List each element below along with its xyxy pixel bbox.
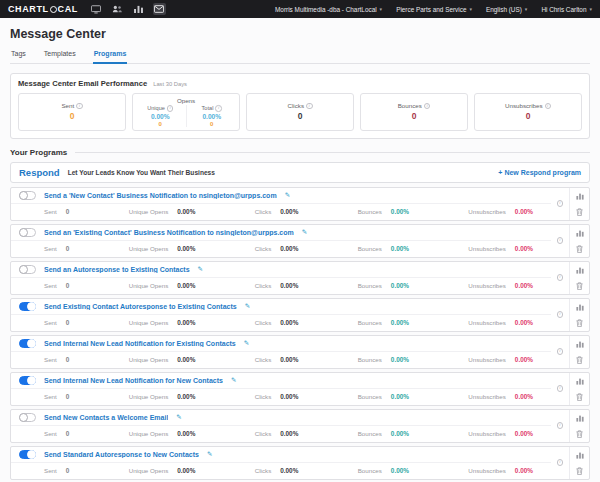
program-stats-icon[interactable]: [570, 188, 589, 204]
program-row: Send Internal New Lead Notification for …: [10, 372, 590, 406]
program-title[interactable]: Send an 'Existing Contact' Business Noti…: [44, 229, 294, 236]
program-info-button[interactable]: i: [551, 447, 569, 479]
program-title[interactable]: Send Existing Contact Autoresponse to Ex…: [44, 303, 237, 310]
monitor-icon[interactable]: [90, 3, 103, 15]
info-icon[interactable]: i: [215, 105, 222, 112]
program-enabled-toggle[interactable]: [19, 228, 36, 237]
program-title[interactable]: Send an Autoresponse to Existing Contact…: [44, 266, 190, 273]
program-title-line: Send an Autoresponse to Existing Contact…: [11, 262, 551, 277]
info-icon[interactable]: i: [545, 103, 552, 110]
clicks-card-label: Clicks: [288, 102, 305, 109]
program-title-line: Send Internal New Lead Notification for …: [11, 373, 551, 388]
logo-text-right: CAL: [58, 4, 78, 14]
info-icon[interactable]: i: [306, 103, 313, 110]
edit-pencil-icon[interactable]: ✎: [245, 303, 250, 310]
page-title: Message Center: [10, 27, 590, 41]
program-enabled-toggle[interactable]: [19, 376, 36, 385]
program-enabled-toggle[interactable]: [19, 413, 36, 422]
info-icon: i: [557, 422, 564, 429]
program-info-button[interactable]: i: [551, 373, 569, 405]
stat-unsubscribes-label: Unsubscribes: [468, 319, 506, 326]
edit-pencil-icon[interactable]: ✎: [231, 377, 236, 384]
program-enabled-toggle[interactable]: [19, 302, 36, 311]
stat-unique-opens-label: Unique Opens: [129, 245, 169, 252]
user-menu[interactable]: Hi Chris Carlton▾: [541, 6, 592, 13]
stat-clicks-value: 0.00%: [280, 245, 298, 252]
edit-pencil-icon[interactable]: ✎: [285, 192, 290, 199]
program-title[interactable]: Send New Contacts a Welcome Email: [44, 414, 168, 421]
program-info-button[interactable]: i: [551, 225, 569, 257]
program-title[interactable]: Send Internal New Lead Notification for …: [44, 340, 236, 347]
performance-date-range: Last 30 Days: [153, 81, 187, 87]
program-stats-icon[interactable]: [570, 299, 589, 315]
program-delete-trash-icon[interactable]: [570, 426, 589, 442]
program-enabled-toggle[interactable]: [19, 339, 36, 348]
program-stats-icon[interactable]: [570, 262, 589, 278]
top-navbar: CHARTLCAL Morris Multimedia -dba - Chart…: [0, 0, 600, 18]
stat-sent-label: Sent: [44, 393, 57, 400]
program-stats-icon[interactable]: [570, 225, 589, 241]
account-menu[interactable]: Morris Multimedia -dba - ChartLocal▾: [275, 6, 382, 13]
tab-templates[interactable]: Templates: [43, 46, 77, 63]
program-stats-icon[interactable]: [570, 373, 589, 389]
info-icon: i: [557, 237, 564, 244]
sent-card-label: Sent: [61, 102, 74, 109]
stat-unsubscribes-label: Unsubscribes: [468, 245, 506, 252]
language-menu[interactable]: English (US)▾: [486, 6, 527, 13]
stat-clicks-value: 0.00%: [280, 319, 298, 326]
program-info-button[interactable]: i: [551, 188, 569, 220]
account-menu-label: Morris Multimedia -dba - ChartLocal: [275, 6, 377, 13]
program-stats-icon[interactable]: [570, 410, 589, 426]
toggle-knob: [27, 450, 36, 459]
edit-pencil-icon[interactable]: ✎: [302, 229, 307, 236]
program-title[interactable]: Send a 'New Contact' Business Notificati…: [44, 192, 277, 199]
mail-icon[interactable]: [153, 3, 166, 15]
program-enabled-toggle[interactable]: [19, 265, 36, 274]
info-icon: i: [557, 311, 564, 318]
program-stats-icon[interactable]: [570, 447, 589, 463]
tab-programs[interactable]: Programs: [93, 46, 128, 64]
stat-unique-opens-label: Unique Opens: [129, 208, 169, 215]
program-enabled-toggle[interactable]: [19, 191, 36, 200]
program-title[interactable]: Send Standard Autoresponse to New Contac…: [44, 451, 199, 458]
program-info-button[interactable]: i: [551, 336, 569, 368]
logo-target-icon: [50, 6, 57, 13]
program-delete-trash-icon[interactable]: [570, 463, 589, 479]
stat-unsubscribes-value: 0.00%: [515, 356, 533, 363]
info-icon[interactable]: i: [167, 105, 174, 112]
program-info-button[interactable]: i: [551, 299, 569, 331]
chartlocal-logo[interactable]: CHARTLCAL: [8, 4, 78, 14]
edit-pencil-icon[interactable]: ✎: [244, 340, 249, 347]
program-info-button[interactable]: i: [551, 410, 569, 442]
program-delete-trash-icon[interactable]: [570, 352, 589, 368]
bar-chart-icon[interactable]: [132, 3, 145, 15]
program-delete-trash-icon[interactable]: [570, 315, 589, 331]
stat-unsubscribes-label: Unsubscribes: [468, 282, 506, 289]
edit-pencil-icon[interactable]: ✎: [198, 266, 203, 273]
program-delete-trash-icon[interactable]: [570, 278, 589, 294]
stat-bounces-value: 0.00%: [391, 245, 409, 252]
stat-bounces-value: 0.00%: [391, 393, 409, 400]
new-respond-program-link[interactable]: + New Respond program: [498, 169, 581, 176]
respond-header-card: Respond Let Your Leads Know You Want The…: [10, 162, 590, 183]
app-window: CHARTLCAL Morris Multimedia -dba - Chart…: [0, 0, 600, 482]
program-title[interactable]: Send Internal New Lead Notification for …: [44, 377, 223, 384]
program-stats-icon[interactable]: [570, 336, 589, 352]
edit-pencil-icon[interactable]: ✎: [207, 451, 212, 458]
program-delete-trash-icon[interactable]: [570, 204, 589, 220]
program-enabled-toggle[interactable]: [19, 450, 36, 459]
stat-bounces-label: Bounces: [358, 208, 382, 215]
info-icon[interactable]: i: [424, 103, 431, 110]
program-delete-trash-icon[interactable]: [570, 241, 589, 257]
program-info-button[interactable]: i: [551, 262, 569, 294]
stat-bounces-value: 0.00%: [391, 430, 409, 437]
tab-tags[interactable]: Tags: [10, 46, 27, 63]
info-icon[interactable]: i: [76, 103, 83, 110]
caret-down-icon: ▾: [589, 7, 592, 12]
location-menu[interactable]: Pierce Parts and Service▾: [396, 6, 472, 13]
stat-unique-opens-label: Unique Opens: [129, 319, 169, 326]
program-delete-trash-icon[interactable]: [570, 389, 589, 405]
users-icon[interactable]: [111, 3, 124, 15]
edit-pencil-icon[interactable]: ✎: [176, 414, 181, 421]
program-row-actions: [569, 373, 589, 405]
